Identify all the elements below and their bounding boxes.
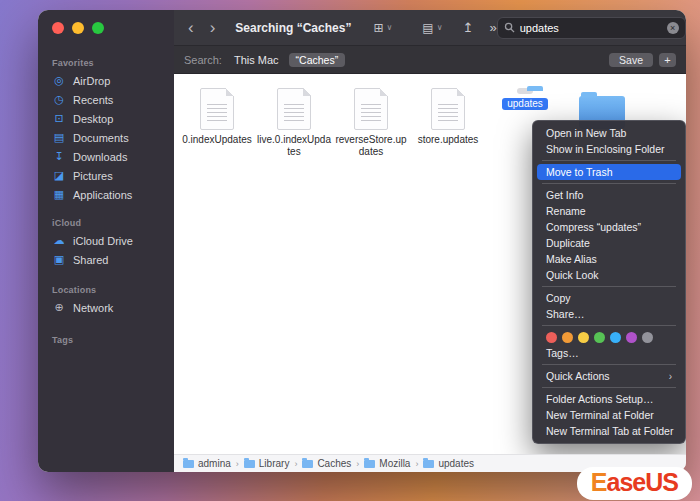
sidebar-item-applications[interactable]: ▦ Applications [38,185,174,204]
share-icon: ↥ [463,20,474,35]
forward-button[interactable]: › [202,19,224,36]
path-segment[interactable]: admina [198,458,231,469]
desktop-wallpaper: Favorites ◎ AirDrop ◷ Recents ⊡ Desktop … [0,0,700,501]
selection-highlight [517,88,533,94]
group-list-icon: ▤ [422,21,433,35]
sidebar-section-icloud-title: iCloud [38,212,174,231]
path-segment[interactable]: Mozilla [379,458,410,469]
desktop-icon: ⊡ [52,113,66,124]
cloud-icon: ☁ [52,235,66,246]
menu-item-make-alias[interactable]: Make Alias [537,251,681,267]
file-name: live.0.indexUpdates [257,134,331,158]
search-field[interactable]: × [497,17,686,39]
folder-icon [183,460,194,468]
path-segment[interactable]: Caches [317,458,351,469]
menu-item-share[interactable]: Share… [537,306,681,322]
scope-caches-button[interactable]: “Caches” [289,53,346,67]
menu-item-label: Quick Actions [546,370,610,383]
search-icon [504,22,515,33]
tag-color-purple[interactable] [626,332,637,343]
menu-item-rename[interactable]: Rename [537,203,681,219]
zoom-window-button[interactable] [92,22,104,34]
easeus-logo: EaseUS [577,467,692,500]
menu-item-show-in-enclosing-folder[interactable]: Show in Enclosing Folder [537,141,681,157]
toolbar-overflow-button[interactable]: » [489,20,496,35]
scope-this-mac-button[interactable]: This Mac [234,54,279,66]
sidebar-item-label: Recents [73,94,113,106]
document-file-icon [431,88,465,130]
file-item[interactable]: reverseStore.updates [333,88,409,158]
sidebar-item-shared[interactable]: ▣ Shared [38,250,174,269]
tag-color-gray[interactable] [642,332,653,343]
submenu-chevron-icon: › [669,370,672,383]
folder-icon [364,460,375,468]
menu-item-copy[interactable]: Copy [537,290,681,306]
menu-separator [542,183,676,184]
menu-separator [542,364,676,365]
download-icon: ↧ [52,151,66,162]
sidebar-item-label: Desktop [73,113,113,125]
menu-item-new-terminal-at-folder[interactable]: New Terminal at Folder [537,407,681,423]
tag-color-red[interactable] [546,332,557,343]
sidebar-item-label: Pictures [73,170,113,182]
sidebar-item-recents[interactable]: ◷ Recents [38,90,174,109]
view-options-button[interactable]: ⊞ ∨ [373,21,392,35]
clear-search-button[interactable]: × [667,22,679,34]
path-segment[interactable]: Library [259,458,290,469]
chevron-down-icon: ∨ [437,23,443,32]
path-segment[interactable]: updates [438,458,474,469]
menu-item-quick-look[interactable]: Quick Look [537,267,681,283]
close-window-button[interactable] [52,22,64,34]
folder-icon [244,460,255,468]
path-separator-icon: › [293,459,298,469]
menu-item-folder-actions-setup[interactable]: Folder Actions Setup… [537,391,681,407]
sidebar-item-label: Applications [73,189,132,201]
add-criteria-button[interactable]: + [659,53,676,67]
search-scope-label: Search: [184,54,222,66]
sidebar-section-locations-title: Locations [38,279,174,298]
shared-folder-icon: ▣ [52,254,66,265]
main-panel: ‹ › Searching “Caches” ⊞ ∨ ▤ ∨ ↥ » [174,10,686,472]
menu-item-tags[interactable]: Tags… [537,345,681,361]
file-name: store.updates [418,134,479,146]
back-button[interactable]: ‹ [180,19,202,36]
chevron-down-icon: ∨ [386,23,392,32]
file-item[interactable]: 0.indexUpdates [179,88,255,158]
sidebar-item-label: Network [73,302,113,314]
file-results-area: 0.indexUpdates live.0.indexUpdates rever… [174,74,686,454]
sidebar-item-downloads[interactable]: ↧ Downloads [38,147,174,166]
sidebar-item-desktop[interactable]: ⊡ Desktop [38,109,174,128]
sidebar-item-icloud-drive[interactable]: ☁ iCloud Drive [38,231,174,250]
sidebar-item-airdrop[interactable]: ◎ AirDrop [38,71,174,90]
sidebar-item-pictures[interactable]: ◪ Pictures [38,166,174,185]
sidebar-item-label: Shared [73,254,108,266]
sidebar-item-documents[interactable]: ▤ Documents [38,128,174,147]
clock-icon: ◷ [52,94,66,105]
tag-color-blue[interactable] [610,332,621,343]
minimize-window-button[interactable] [72,22,84,34]
applications-icon: ▦ [52,189,66,200]
file-name: reverseStore.updates [334,134,408,158]
tag-color-orange[interactable] [562,332,573,343]
share-button[interactable]: ↥ [463,20,474,35]
menu-item-duplicate[interactable]: Duplicate [537,235,681,251]
document-icon: ▤ [52,132,66,143]
menu-item-get-info[interactable]: Get Info [537,187,681,203]
menu-item-move-to-trash[interactable]: Move to Trash [537,164,681,180]
menu-item-quick-actions[interactable]: Quick Actions › [537,368,681,384]
photo-icon: ◪ [52,170,66,181]
search-input[interactable] [520,22,662,34]
file-item[interactable]: live.0.indexUpdates [256,88,332,158]
sidebar-item-network[interactable]: ⊕ Network [38,298,174,317]
tag-color-green[interactable] [594,332,605,343]
menu-separator [542,387,676,388]
toolbar: ‹ › Searching “Caches” ⊞ ∨ ▤ ∨ ↥ » [174,10,686,46]
group-by-button[interactable]: ▤ ∨ [422,21,442,35]
file-item[interactable]: store.updates [410,88,486,158]
menu-item-compress[interactable]: Compress “updates” [537,219,681,235]
tag-color-yellow[interactable] [578,332,589,343]
save-search-button[interactable]: Save [609,53,653,67]
sidebar: Favorites ◎ AirDrop ◷ Recents ⊡ Desktop … [38,10,174,472]
menu-item-new-terminal-tab-at-folder[interactable]: New Terminal Tab at Folder [537,423,681,439]
menu-item-open-in-new-tab[interactable]: Open in New Tab [537,125,681,141]
